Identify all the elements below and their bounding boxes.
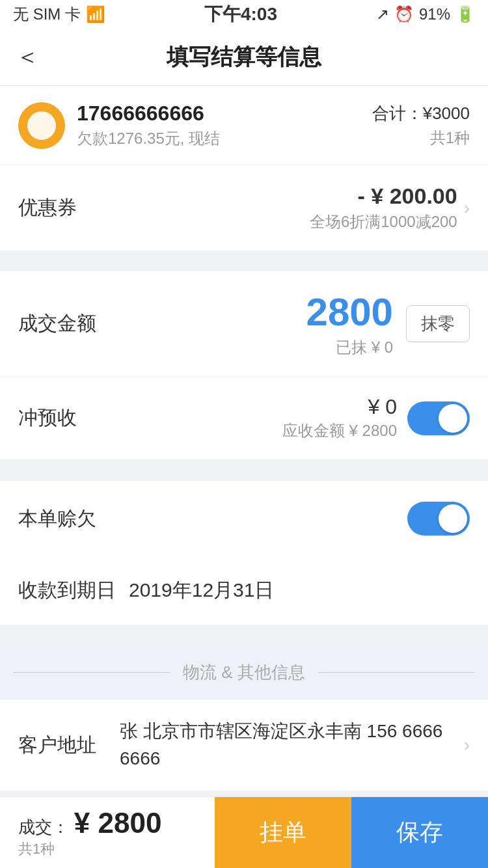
due-date-row: 收款到期日 2019年12月31日 <box>0 556 488 625</box>
bottom-deal-line: 成交： ¥ 2800 <box>18 807 197 839</box>
status-left: 无 SIM 卡 📶 <box>13 4 105 25</box>
chevron-right-icon: › <box>464 198 470 219</box>
total-count: 共1种 <box>372 128 470 148</box>
prepay-label: 冲预收 <box>18 405 77 431</box>
address-chevron-icon: › <box>464 735 470 755</box>
wifi-icon: 📶 <box>86 5 105 23</box>
customer-phone: 17666666666 <box>77 102 220 126</box>
sim-signal: 无 SIM 卡 <box>13 4 81 25</box>
content-area: 17666666666 欠款1276.35元, 现结 合计：¥3000 共1种 … <box>0 86 488 868</box>
debt-label: 本单赊欠 <box>18 506 96 532</box>
status-bar: 无 SIM 卡 📶 下午4:03 ↗ ⏰ 91% 🔋 <box>0 0 488 29</box>
battery-icon: 🔋 <box>455 5 475 23</box>
coupon-label: 优惠券 <box>18 195 77 221</box>
deal-amount-value: 2800 <box>306 290 393 334</box>
hold-button[interactable]: 挂单 <box>215 797 351 869</box>
debt-row: 本单赊欠 <box>0 481 488 556</box>
due-date-value: 2019年12月31日 <box>129 577 274 604</box>
bottom-bar: 成交： ¥ 2800 共1种 挂单 保存 <box>0 796 488 868</box>
deal-amount-card: 成交金额 2800 已抹 ¥ 0 抹零 冲预收 ¥ 0 应收金额 ¥ 2800 <box>0 271 488 460</box>
deal-amount-label: 成交金额 <box>18 310 96 337</box>
due-date-label: 收款到期日 <box>18 577 116 604</box>
customer-right: 合计：¥3000 共1种 <box>372 102 470 148</box>
bottom-summary: 成交： ¥ 2800 共1种 <box>0 807 215 859</box>
customer-sub: 欠款1276.35元, 现结 <box>77 128 220 149</box>
customer-left: 17666666666 欠款1276.35元, 现结 <box>18 102 220 149</box>
coupon-desc: 全场6折满1000减200 <box>310 211 457 232</box>
address-label: 客户地址 <box>18 732 96 759</box>
back-button[interactable]: ＜ <box>16 41 39 73</box>
deal-amount-row: 成交金额 2800 已抹 ¥ 0 抹零 <box>0 271 488 377</box>
address-value: 张 北京市市辖区海淀区永丰南 156 6666 6666 <box>107 718 454 772</box>
nav-bar: ＜ 填写结算等信息 <box>0 29 488 86</box>
logistics-label: 物流 & 其他信息 <box>183 661 305 684</box>
toggle-knob <box>439 404 467 433</box>
bottom-count: 共1种 <box>18 839 197 859</box>
page-title: 填写结算等信息 <box>167 42 321 72</box>
avatar <box>18 102 65 149</box>
prepay-row: 冲预收 ¥ 0 应收金额 ¥ 2800 <box>0 377 488 460</box>
coupon-discount: - ¥ 200.00 <box>310 183 457 209</box>
alarm-icon: ⏰ <box>394 5 414 23</box>
prepay-right-wrap: ¥ 0 应收金额 ¥ 2800 <box>282 395 470 441</box>
battery-text: 91% <box>419 5 450 23</box>
deal-amount-value-wrap: 2800 已抹 ¥ 0 <box>306 290 393 358</box>
deal-amount-controls: 2800 已抹 ¥ 0 抹零 <box>306 290 470 358</box>
coupon-row[interactable]: 优惠券 - ¥ 200.00 全场6折满1000减200 › <box>0 165 488 251</box>
bottom-deal-label: 成交： <box>18 817 69 837</box>
location-icon: ↗ <box>376 5 389 23</box>
section-divider-3 <box>0 635 488 645</box>
prepay-toggle[interactable] <box>407 401 470 435</box>
status-time: 下午4:03 <box>204 2 277 27</box>
coupon-info: - ¥ 200.00 全场6折满1000减200 <box>310 183 457 232</box>
address-row[interactable]: 客户地址 张 北京市市辖区海淀区永丰南 156 6666 6666 › <box>0 699 488 791</box>
section-divider-2 <box>0 470 488 481</box>
prepay-values: ¥ 0 应收金额 ¥ 2800 <box>282 395 397 441</box>
debt-toggle-knob <box>439 504 467 533</box>
debt-toggle[interactable] <box>407 502 470 536</box>
debt-card: 本单赊欠 收款到期日 2019年12月31日 <box>0 481 488 625</box>
prepay-sub: 应收金额 ¥ 2800 <box>282 420 397 441</box>
customer-card: 17666666666 欠款1276.35元, 现结 合计：¥3000 共1种 … <box>0 86 488 251</box>
prepay-amount: ¥ 0 <box>368 395 397 419</box>
bottom-deal-amount: ¥ 2800 <box>74 807 162 839</box>
customer-info: 17666666666 欠款1276.35元, 现结 <box>77 102 220 149</box>
customer-row: 17666666666 欠款1276.35元, 现结 合计：¥3000 共1种 <box>0 86 488 165</box>
coupon-right: - ¥ 200.00 全场6折满1000减200 › <box>310 183 470 232</box>
save-button[interactable]: 保存 <box>351 797 488 869</box>
address-card: 客户地址 张 北京市市辖区海淀区永丰南 156 6666 6666 › <box>0 699 488 791</box>
logistics-header: 物流 & 其他信息 <box>0 645 488 699</box>
status-right: ↗ ⏰ 91% 🔋 <box>376 5 475 23</box>
avatar-icon <box>27 111 56 140</box>
section-divider-1 <box>0 261 488 271</box>
total-label: 合计：¥3000 <box>372 102 470 125</box>
round-button[interactable]: 抹零 <box>406 305 470 342</box>
deal-amount-right: 2800 已抹 ¥ 0 抹零 <box>306 290 470 358</box>
deal-amount-sub: 已抹 ¥ 0 <box>306 337 393 358</box>
